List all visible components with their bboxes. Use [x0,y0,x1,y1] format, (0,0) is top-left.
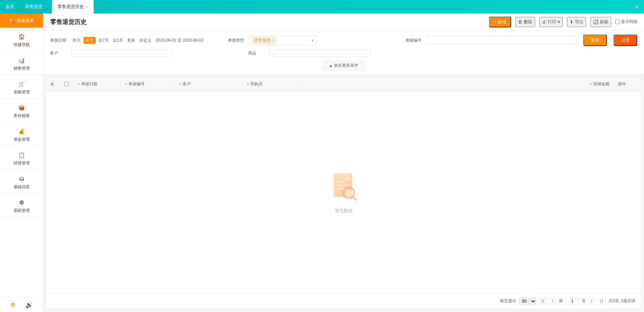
empty-text: 暂无数据 [335,208,353,214]
page-size-label: 每页显示 [500,298,516,304]
date-btn-7days[interactable]: 近7天 [97,37,110,44]
page-number-input[interactable] [566,298,579,305]
date-btn-custom[interactable]: 自定义 [138,37,153,44]
filter-tag-retail-return: 零售退货 × [252,37,276,44]
empty-state: 暂无数据 [327,170,361,214]
last-page-button[interactable]: ⟩⟩ [598,298,606,305]
refresh-icon: 🔄 [593,19,598,24]
filter-date-btns: 昨天 今天 近7天 近1月 更多 自定义 [71,37,153,44]
filter-goods-placeholder: ... [272,51,276,55]
settings-bottom-icon[interactable]: ⚙ [10,301,16,309]
th-doc-date-label: 单据日期 [81,81,97,87]
table-area: ⚙ ⇅ 单据日期 ⇅ 单据编号 ⇅ 客户 ⇅ [46,77,641,309]
inventory-icon: 📦 [18,104,26,112]
display-toggle[interactable]: 显示明细 [615,19,637,25]
date-btn-1month[interactable]: 近1月 [112,37,125,44]
tab-retail-return-close[interactable]: × [45,5,47,9]
sidebar-item-system-mgmt-label: 系统管理 [14,208,30,214]
tab-home[interactable]: 首页 [0,0,20,14]
filter-goods-label: 商品 [248,50,267,56]
sidebar-item-operations[interactable]: 📋 经营管理 [0,146,43,170]
sort-doc-date-icon[interactable]: ⇅ [77,82,80,86]
table-body: 暂无数据 [46,91,641,293]
filter-tag-close[interactable]: × [271,39,273,42]
th-amount: ⇅ 实销金额 [573,81,614,87]
tab-retail-return[interactable]: 零售退货 × [20,0,52,14]
date-btn-today[interactable]: 今天 [84,37,96,44]
audio-bottom-icon[interactable]: 🔊 [25,301,33,309]
export-button[interactable]: ⬆ 导出 [567,17,586,27]
th-doc-no-label: 单据编号 [128,81,145,87]
sidebar-item-system-mgmt[interactable]: ⚙ 系统管理 [0,194,43,217]
sidebar-item-inventory-label: 库存核算 [14,113,30,119]
filter-doc-type-select[interactable]: 零售退货 × ▾ [249,36,317,45]
print-chevron-icon: ▾ [558,19,560,24]
sidebar-item-base-info[interactable]: 🗂 基础信息 [0,170,43,194]
next-page-button[interactable]: ⟩ [589,298,595,305]
first-page-button[interactable]: ⟨⟨ [539,298,547,305]
refresh-label: 刷新 [600,19,609,25]
total-label: 共0页, 0条记录 [609,298,636,304]
page-size-select[interactable]: 50 20 100 200 [519,297,536,305]
filter-doc-no: 单据编号 [405,36,576,44]
filter-settings-button[interactable]: 设置 [614,35,637,46]
filter-doc-type-label: 单据类型 [228,38,246,43]
main-layout: 🔍 搜索菜单 🏠 快捷导航 📊 销售管理 🛒 采购管理 📦 库存核算 💰 [0,14,644,312]
th-doc-no: ⇅ 单据编号 [121,81,175,87]
sort-customer-icon[interactable]: ⇅ [179,82,182,86]
top-bar: 首页 零售退货 × 零售退货历史 × × [0,0,644,14]
filter-customer-select[interactable]: ... [71,49,173,57]
delete-button[interactable]: 🗑 删除 [515,17,535,27]
filter-area: 单据日期 昨天 今天 近7天 近1月 更多 自定义 2023-06-02 至 2… [43,30,644,74]
display-toggle-label: 显示明细 [621,19,637,25]
filter-date-label: 单据日期 [50,38,69,43]
collapse-filter-button[interactable]: ▲ 收起更多条件 [323,61,364,70]
topbar-right: × [635,3,644,10]
query-button[interactable]: 查询 [583,35,607,46]
date-btn-yesterday[interactable]: 昨天 [71,37,82,44]
date-btn-more[interactable]: 更多 [126,37,137,44]
header-actions: + 新增 🗑 删除 🖨 打印 ▾ ⬆ 导出 🔄 刷新 [489,17,637,27]
tab-retail-return-history[interactable]: 零售退货历史 × [52,0,93,14]
tab-home-label: 首页 [5,4,14,10]
filter-tag-label: 零售退货 [254,38,270,43]
print-button[interactable]: 🖨 打印 ▾ [539,17,563,27]
operations-icon: 📋 [18,151,26,159]
tab-retail-return-history-close[interactable]: × [86,5,88,9]
filter-doc-no-input[interactable] [427,36,576,44]
sidebar-item-inventory[interactable]: 📦 库存核算 [0,99,43,122]
page-header: 零售退货历史 + 新增 🗑 删除 🖨 打印 ▾ ⬆ 导出 🔄 [43,14,644,30]
prev-page-button[interactable]: ⟨ [550,298,556,305]
filter-row-1: 单据日期 昨天 今天 近7天 近1月 更多 自定义 2023-06-02 至 2… [50,35,637,46]
th-settings[interactable]: ⚙ [46,82,60,87]
sidebar-item-base-info-label: 基础信息 [14,184,30,190]
sidebar-item-purchase-mgmt[interactable]: 🛒 采购管理 [0,75,43,99]
close-window-icon[interactable]: × [635,3,639,10]
display-toggle-checkbox[interactable] [615,20,620,24]
content-area: 零售退货历史 + 新增 🗑 删除 🖨 打印 ▾ ⬆ 导出 🔄 [43,14,644,312]
sidebar-item-quick-nav[interactable]: 🏠 快捷导航 [0,28,43,51]
th-amount-label: 实销金额 [593,81,610,87]
filter-doc-type: 单据类型 零售退货 × ▾ [228,36,399,45]
sort-amount-icon[interactable]: ⇅ [590,82,592,86]
refresh-button[interactable]: 🔄 刷新 [590,17,611,27]
sidebar-search[interactable]: 🔍 搜索菜单 [0,14,43,28]
add-button[interactable]: + 新增 [489,17,511,27]
page-unit: 页 [582,298,586,304]
column-settings-icon[interactable]: ⚙ [50,82,54,87]
sidebar-item-sales-mgmt[interactable]: 📊 销售管理 [0,51,43,75]
select-all-checkbox[interactable] [64,82,69,86]
sort-doc-no-icon[interactable]: ⇅ [125,82,127,86]
svg-line-7 [353,197,356,200]
base-info-icon: 🗂 [18,175,26,183]
th-checkbox [60,82,73,86]
sidebar-item-sales-mgmt-label: 销售管理 [14,66,30,71]
collapse-label: 收起更多条件 [334,63,358,68]
th-action: 操作 [614,81,641,87]
th-guide: ⇅ 导购员 [242,81,303,87]
svg-point-6 [345,190,352,196]
sidebar-item-finance[interactable]: 💰 资金管理 [0,122,43,146]
sort-guide-icon[interactable]: ⇅ [246,82,249,86]
th-customer-label: 客户 [183,81,191,87]
filter-goods-select[interactable]: ... [269,49,371,57]
